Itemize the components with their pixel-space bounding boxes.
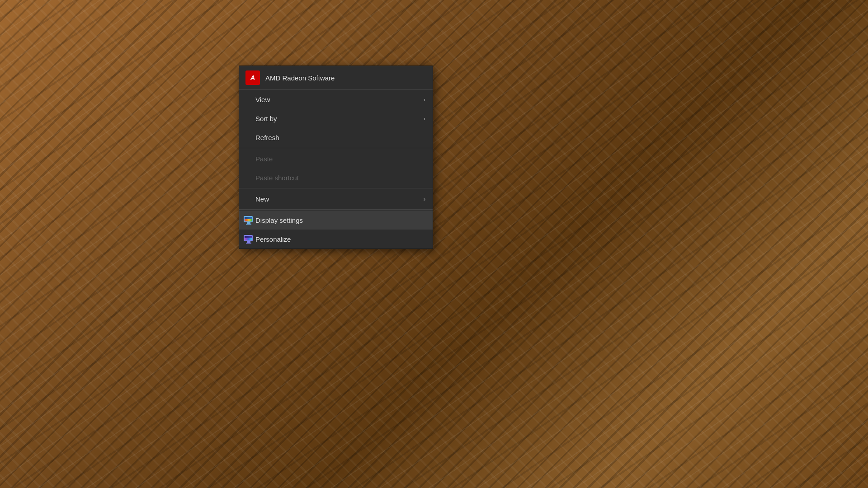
context-menu: A AMD Radeon Software View › Sort by › R… xyxy=(239,66,433,249)
context-menu-header: A AMD Radeon Software xyxy=(239,66,433,90)
menu-divider-2 xyxy=(239,188,433,188)
menu-item-refresh[interactable]: Refresh xyxy=(239,128,433,147)
menu-item-display-settings[interactable]: Display settings xyxy=(239,211,433,230)
menu-divider-3 xyxy=(239,209,433,210)
menu-item-view[interactable]: View › xyxy=(239,90,433,109)
menu-item-paste-shortcut: Paste shortcut xyxy=(239,168,433,187)
chevron-right-icon: › xyxy=(424,196,425,202)
amd-radeon-icon: A xyxy=(245,70,260,85)
chevron-right-icon: › xyxy=(424,115,425,122)
personalize-icon xyxy=(244,234,254,244)
menu-divider-1 xyxy=(239,148,433,148)
display-settings-icon xyxy=(244,215,254,225)
menu-item-new[interactable]: New › xyxy=(239,189,433,208)
desktop-background xyxy=(0,0,868,488)
context-menu-header-label: AMD Radeon Software xyxy=(265,74,335,82)
menu-item-sort-by[interactable]: Sort by › xyxy=(239,109,433,128)
menu-item-paste: Paste xyxy=(239,149,433,168)
chevron-right-icon: › xyxy=(424,96,425,103)
menu-item-personalize[interactable]: Personalize xyxy=(239,230,433,249)
